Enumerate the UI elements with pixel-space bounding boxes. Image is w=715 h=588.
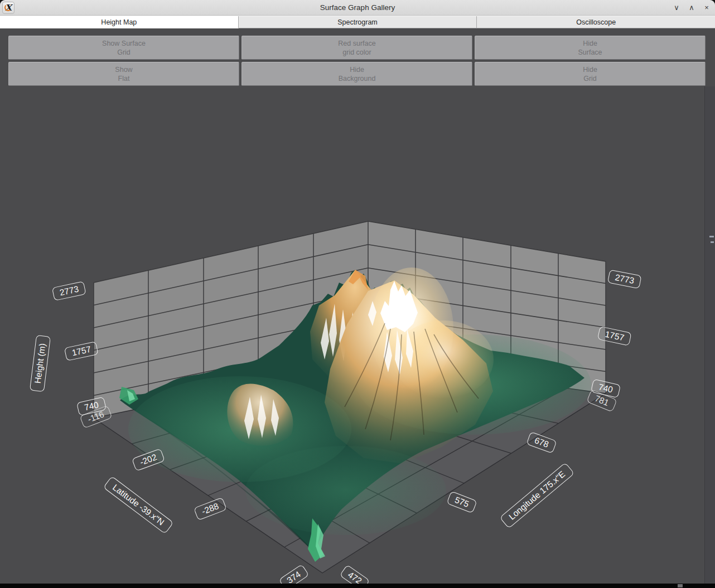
hide-background-button[interactable]: Hide Background (241, 62, 472, 86)
button-label: Hide (583, 39, 597, 48)
button-label: Show (115, 65, 132, 74)
close-button[interactable]: × (702, 3, 712, 13)
button-label: grid color (342, 48, 371, 57)
window-title: Surface Graph Gallery (0, 0, 715, 16)
tab-spectrogram[interactable]: Spectrogram (239, 16, 477, 28)
app-window: -116 2773 1757 740 Height (m) 781 2773 1… (0, 0, 715, 588)
shade-button[interactable]: ∨ (671, 3, 682, 13)
show-flat-button[interactable]: Show Flat (8, 62, 239, 86)
button-label: Grid (583, 74, 597, 83)
surface-plot-viewport[interactable] (0, 0, 715, 588)
button-label: Grid (117, 48, 131, 57)
hide-surface-button[interactable]: Hide Surface (475, 36, 706, 60)
tab-oscilloscope[interactable]: Oscilloscope (477, 16, 715, 28)
button-label: Hide (583, 65, 597, 74)
title-bar[interactable]: X Surface Graph Gallery ∨ ∧ × (0, 0, 715, 16)
button-label: Show Surface (102, 39, 146, 48)
maximize-button[interactable]: ∧ (687, 3, 697, 13)
background-window-sliver (704, 86, 715, 584)
bottom-screen-edge (0, 584, 715, 588)
taskbar-notch (678, 584, 683, 587)
button-label: Background (339, 74, 376, 83)
button-label: Flat (118, 74, 130, 83)
hide-grid-button[interactable]: Hide Grid (475, 62, 706, 86)
button-label: Surface (578, 48, 602, 57)
button-label: Red surface (338, 39, 375, 48)
surface-plot-canvas (0, 0, 715, 588)
tab-bar: Height Map Spectrogram Oscilloscope (0, 16, 715, 28)
button-label: Hide (350, 65, 364, 74)
red-surface-grid-color-button[interactable]: Red surface grid color (241, 36, 472, 60)
controls-panel: Show Surface Grid Red surface grid color… (8, 36, 706, 86)
show-surface-grid-button[interactable]: Show Surface Grid (8, 36, 239, 60)
tab-height-map[interactable]: Height Map (0, 16, 239, 28)
